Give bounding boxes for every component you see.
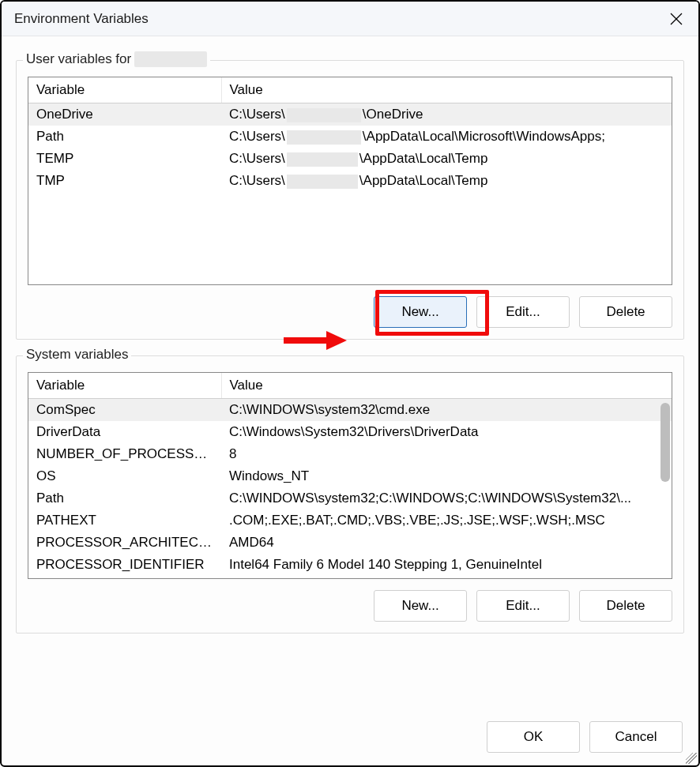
cell-variable: PROCESSOR_IDENTIFIER [28, 554, 221, 576]
titlebar: Environment Variables [2, 2, 698, 36]
window-title: Environment Variables [14, 11, 149, 27]
cell-value: C:\Users\\AppData\Local\Microsoft\Window… [221, 126, 672, 148]
system-delete-button[interactable]: Delete [579, 590, 672, 622]
user-variables-label-text: User variables for [26, 51, 131, 67]
table-row[interactable]: DriverDataC:\Windows\System32\Drivers\Dr… [28, 421, 672, 443]
user-new-button[interactable]: New... [374, 296, 467, 328]
ok-button[interactable]: OK [487, 721, 580, 753]
table-row[interactable]: PROCESSOR_ARCHITECTUREAMD64 [28, 532, 672, 554]
user-delete-button[interactable]: Delete [579, 296, 672, 328]
table-row[interactable]: PROCESSOR_IDENTIFIERIntel64 Family 6 Mod… [28, 554, 672, 576]
cell-value: C:\Windows\System32\Drivers\DriverData [221, 421, 672, 443]
table-row[interactable]: TMPC:\Users\\AppData\Local\Temp [28, 170, 672, 192]
cell-value: C:\WINDOWS\system32;C:\WINDOWS;C:\WINDOW… [221, 487, 672, 509]
user-variables-group: User variables for Variable Value OneDri… [16, 60, 684, 340]
cell-variable: Path [28, 126, 221, 148]
value-redacted [287, 130, 361, 145]
table-row[interactable]: NUMBER_OF_PROCESSORS8 [28, 443, 672, 465]
dialog-button-row: OK Cancel [487, 721, 683, 753]
col-value[interactable]: Value [221, 77, 672, 103]
col-variable[interactable]: Variable [28, 77, 221, 103]
cell-variable: OS [28, 465, 221, 487]
table-row[interactable]: PathC:\Users\\AppData\Local\Microsoft\Wi… [28, 126, 672, 148]
cancel-button[interactable]: Cancel [589, 721, 683, 753]
cell-variable: TMP [28, 170, 221, 192]
value-redacted [287, 175, 358, 189]
cell-value: C:\Users\\AppData\Local\Temp [221, 148, 672, 170]
table-row[interactable]: TEMPC:\Users\\AppData\Local\Temp [28, 148, 672, 170]
cell-variable: DriverData [28, 421, 221, 443]
cell-value: Intel64 Family 6 Model 140 Stepping 1, G… [221, 554, 672, 576]
cell-variable: PROCESSOR_ARCHITECTURE [28, 532, 221, 554]
table-header-row: Variable Value [28, 77, 672, 103]
cell-value: C:\WINDOWS\system32\cmd.exe [221, 399, 672, 422]
system-new-button[interactable]: New... [374, 590, 467, 622]
cell-variable: OneDrive [28, 103, 221, 126]
col-variable[interactable]: Variable [28, 373, 221, 399]
username-redacted [134, 51, 207, 67]
cell-variable: ComSpec [28, 399, 221, 422]
table-row[interactable]: OneDriveC:\Users\\OneDrive [28, 103, 672, 126]
table-row[interactable]: ComSpecC:\WINDOWS\system32\cmd.exe [28, 399, 672, 422]
cell-value: C:\Users\\AppData\Local\Temp [221, 170, 672, 192]
cell-value: C:\Users\\OneDrive [221, 103, 672, 126]
table-header-row: Variable Value [28, 373, 672, 399]
value-redacted [287, 108, 361, 122]
dialog-content: User variables for Variable Value OneDri… [2, 36, 698, 765]
system-variables-label: System variables [23, 347, 131, 363]
cell-value: 8 [221, 443, 672, 465]
user-button-row: New... Edit... Delete [28, 296, 672, 328]
table-row[interactable]: OSWindows_NT [28, 465, 672, 487]
user-edit-button[interactable]: Edit... [476, 296, 570, 328]
cell-value: .COM;.EXE;.BAT;.CMD;.VBS;.VBE;.JS;.JSE;.… [221, 509, 672, 532]
col-value[interactable]: Value [221, 373, 672, 399]
user-variables-label: User variables for [23, 51, 210, 67]
system-variables-table[interactable]: Variable Value ComSpecC:\WINDOWS\system3… [28, 372, 672, 579]
user-variables-table[interactable]: Variable Value OneDriveC:\Users\\OneDriv… [28, 77, 672, 285]
cell-variable: Path [28, 487, 221, 509]
value-redacted [287, 152, 358, 167]
system-button-row: New... Edit... Delete [28, 590, 672, 622]
system-edit-button[interactable]: Edit... [476, 590, 570, 622]
table-row[interactable]: PathC:\WINDOWS\system32;C:\WINDOWS;C:\WI… [28, 487, 672, 509]
system-variables-label-text: System variables [26, 347, 128, 363]
cell-variable: NUMBER_OF_PROCESSORS [28, 443, 221, 465]
table-row[interactable]: PATHEXT.COM;.EXE;.BAT;.CMD;.VBS;.VBE;.JS… [28, 509, 672, 532]
close-icon [670, 13, 683, 25]
system-variables-group: System variables Variable Value ComSpecC… [16, 355, 684, 634]
cell-value: Windows_NT [221, 465, 672, 487]
environment-variables-dialog: Environment Variables User variables for… [0, 0, 700, 767]
cell-value: AMD64 [221, 532, 672, 554]
cell-variable: TEMP [28, 148, 221, 170]
scrollbar-thumb[interactable] [660, 403, 670, 482]
cell-variable: PATHEXT [28, 509, 221, 532]
close-button[interactable] [660, 6, 692, 32]
resize-grip[interactable] [686, 753, 697, 764]
